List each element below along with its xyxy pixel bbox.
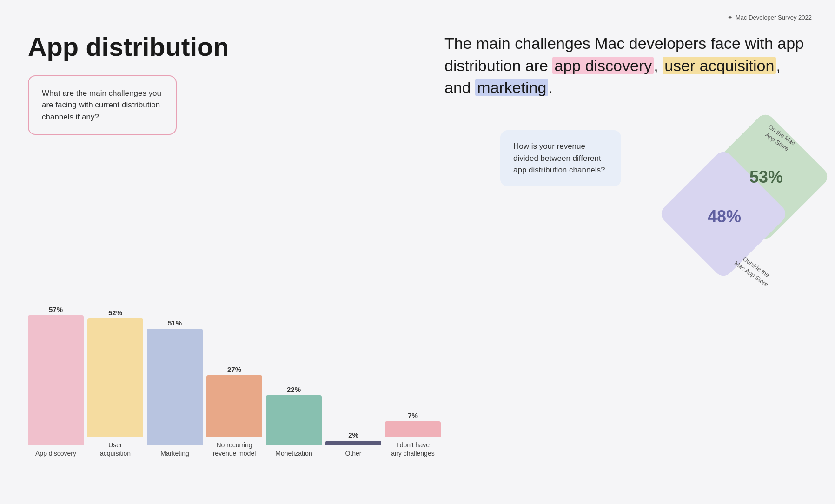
page-title: App distribution xyxy=(28,33,229,61)
pct-green-label: 53% xyxy=(738,167,794,187)
revenue-question-text: How is your revenue divided between diff… xyxy=(513,140,608,176)
bar-pct-label: 52% xyxy=(108,309,122,317)
logo-bar: ✦ Mac Developer Survey 2022 xyxy=(728,14,812,21)
question-text: What are the main challenges you are fac… xyxy=(42,87,163,123)
headline-period: . xyxy=(548,79,552,96)
bar-label: Other xyxy=(345,449,361,458)
revenue-question-box: How is your revenue divided between diff… xyxy=(500,130,621,186)
bar-rect xyxy=(87,318,143,437)
bar-label: User acquisition xyxy=(100,441,131,458)
bar-label: I don't have any challenges xyxy=(391,441,434,458)
bar-label: Monetization xyxy=(275,449,312,458)
right-section: The main challenges Mac developers face … xyxy=(444,33,807,113)
bar-label: Marketing xyxy=(160,449,189,458)
bar-rect xyxy=(206,375,262,437)
bar-label: No recurring revenue model xyxy=(213,441,256,458)
highlight-marketing: marketing xyxy=(475,79,548,96)
bar-pct-label: 57% xyxy=(49,305,63,313)
bar-group: 57%App discovery xyxy=(28,305,84,458)
bar-group: 52%User acquisition xyxy=(87,309,143,458)
pct-lavender-label: 48% xyxy=(696,207,752,226)
outside-store-label: Outside the Mac App Store xyxy=(732,252,776,289)
question-box: What are the main challenges you are fac… xyxy=(28,75,177,135)
bar-pct-label: 2% xyxy=(348,431,358,439)
bar-rect xyxy=(28,315,84,445)
bar-pct-label: 22% xyxy=(287,385,301,393)
diamond-container: 53% 48% On the Mac App Store Outside the… xyxy=(635,121,812,298)
bar-group: 7%I don't have any challenges xyxy=(385,411,441,458)
highlight-app-discovery: app discovery xyxy=(552,57,654,74)
bar-group: 22%Monetization xyxy=(266,385,322,458)
bar-chart: 57%App discovery52%User acquisition51%Ma… xyxy=(28,305,444,458)
bar-rect xyxy=(147,329,203,445)
headline-comma1: , xyxy=(654,57,663,74)
bar-group: 2%Other xyxy=(325,431,381,458)
bar-group: 51%Marketing xyxy=(147,319,203,458)
bar-rect xyxy=(266,395,322,445)
bar-rect xyxy=(385,421,441,437)
bar-group: 27%No recurring revenue model xyxy=(206,365,262,458)
bar-pct-label: 7% xyxy=(408,411,418,419)
headline: The main challenges Mac developers face … xyxy=(444,33,807,99)
logo-icon: ✦ xyxy=(728,14,733,21)
highlight-user-acquisition: user acquisition xyxy=(663,57,776,74)
bar-label: App discovery xyxy=(35,449,76,458)
logo-text: Mac Developer Survey 2022 xyxy=(736,14,812,21)
bar-pct-label: 27% xyxy=(227,365,241,373)
page: ✦ Mac Developer Survey 2022 App distribu… xyxy=(0,0,835,504)
bar-rect xyxy=(325,441,381,445)
left-section: App distribution What are the main chall… xyxy=(28,33,229,153)
bar-pct-label: 51% xyxy=(168,319,182,327)
